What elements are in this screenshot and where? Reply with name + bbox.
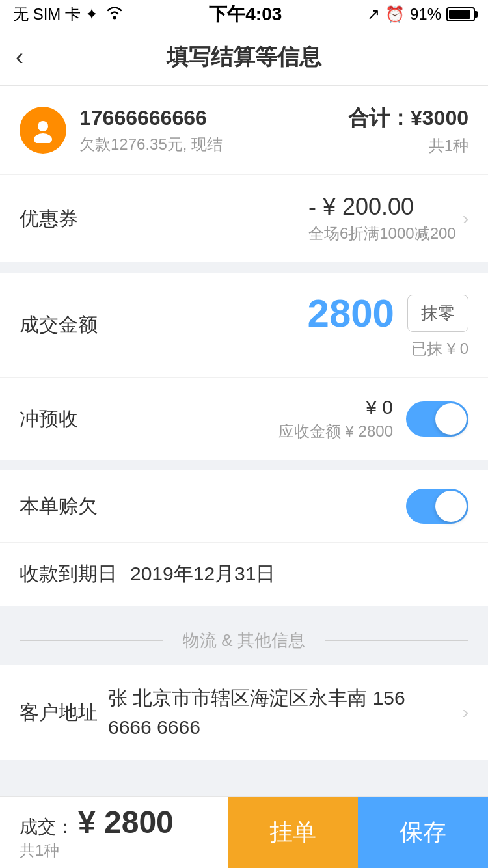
footer-deal-line: 成交： ¥ 2800 xyxy=(20,804,208,840)
divider-line-left xyxy=(20,640,163,641)
back-button[interactable]: ‹ xyxy=(16,44,23,71)
battery-icon xyxy=(446,7,475,21)
status-left: 无 SIM 卡 ✦ xyxy=(13,4,124,25)
nav-bar: ‹ 填写结算等信息 xyxy=(0,29,488,86)
credit-label: 本单赊欠 xyxy=(20,493,98,520)
address-chevron-icon: › xyxy=(463,702,468,723)
wifi-icon xyxy=(105,5,124,23)
customer-details: 17666666666 欠款1276.35元, 现结 xyxy=(79,106,223,155)
pre-receive-label: 冲预收 xyxy=(20,406,78,433)
footer-info: 成交： ¥ 2800 共1种 xyxy=(0,804,228,861)
credit-section: 本单赊欠 收款到期日 2019年12月31日 xyxy=(0,470,488,606)
pre-receive-toggle[interactable] xyxy=(406,401,468,437)
sim-status: 无 SIM 卡 ✦ xyxy=(13,4,98,25)
customer-left: 17666666666 欠款1276.35元, 现结 xyxy=(20,106,223,155)
toggle-knob xyxy=(435,403,467,435)
alarm-icon: ⏰ xyxy=(385,5,405,23)
credit-row: 本单赊欠 xyxy=(0,470,488,542)
coupon-right: - ¥ 200.00 全场6折满1000减200 › xyxy=(308,193,468,244)
deal-right: 2800 抹零 xyxy=(308,291,468,336)
footer: 成交： ¥ 2800 共1种 挂单 保存 xyxy=(0,796,488,868)
pre-amount: ¥ 0 xyxy=(278,396,393,418)
footer-amount: ¥ 2800 xyxy=(78,804,174,840)
coupon-row[interactable]: 优惠券 - ¥ 200.00 全场6折满1000减200 › xyxy=(0,174,488,262)
avatar xyxy=(20,107,66,154)
round-button[interactable]: 抹零 xyxy=(407,295,468,332)
coupon-sub: 全场6折满1000减200 xyxy=(308,223,456,244)
battery-percent: 91% xyxy=(410,5,441,23)
due-date-row: 收款到期日 2019年12月31日 xyxy=(0,542,488,606)
deal-amount-label: 成交金额 xyxy=(20,312,98,338)
deal-sub: 已抹 ¥ 0 xyxy=(308,338,468,359)
divider-text: 物流 & 其他信息 xyxy=(183,629,305,652)
svg-point-1 xyxy=(38,121,48,131)
customer-sub: 欠款1276.35元, 现结 xyxy=(79,134,223,155)
svg-point-0 xyxy=(113,16,116,20)
credit-toggle-knob xyxy=(435,491,467,522)
coupon-chevron-icon: › xyxy=(463,208,468,229)
svg-point-2 xyxy=(34,133,52,143)
deal-amount-right: 2800 抹零 已抹 ¥ 0 xyxy=(308,291,468,359)
pre-receive-row: 冲预收 ¥ 0 应收金额 ¥ 2800 xyxy=(0,377,488,460)
pre-sub: 应收金额 ¥ 2800 xyxy=(278,421,393,442)
footer-count: 共1种 xyxy=(20,840,208,861)
address-value: 张 北京市市辖区海淀区永丰南 156 6666 6666 xyxy=(108,683,452,742)
pre-amount-col: ¥ 0 应收金额 ¥ 2800 xyxy=(278,396,393,442)
total-amount: 合计：¥3000 xyxy=(348,104,468,133)
page-title: 填写结算等信息 xyxy=(167,42,321,72)
coupon-value: - ¥ 200.00 全场6折满1000减200 xyxy=(308,193,456,244)
save-button[interactable]: 保存 xyxy=(358,797,488,869)
total-count: 共1种 xyxy=(348,135,468,156)
customer-info-row: 17666666666 欠款1276.35元, 现结 合计：¥3000 共1种 xyxy=(0,86,488,174)
credit-toggle[interactable] xyxy=(406,489,468,524)
coupon-discount: - ¥ 200.00 xyxy=(308,193,456,221)
address-row[interactable]: 客户地址 张 北京市市辖区海淀区永丰南 156 6666 6666 › xyxy=(0,665,488,760)
deal-amount-value: 2800 xyxy=(308,291,394,336)
status-bar: 无 SIM 卡 ✦ 下午4:03 ↗ ⏰ 91% xyxy=(0,0,488,29)
location-icon: ↗ xyxy=(367,5,380,23)
address-section: 客户地址 张 北京市市辖区海淀区永丰南 156 6666 6666 › xyxy=(0,665,488,760)
due-date-label: 收款到期日 xyxy=(20,561,117,588)
deal-amount-row: 成交金额 2800 抹零 已抹 ¥ 0 xyxy=(0,273,488,377)
customer-phone: 17666666666 xyxy=(79,106,223,130)
time-display: 下午4:03 xyxy=(209,2,282,27)
logistics-divider: 物流 & 其他信息 xyxy=(0,616,488,665)
divider-line-right xyxy=(325,640,468,641)
hang-button[interactable]: 挂单 xyxy=(228,797,358,869)
pre-receive-right: ¥ 0 应收金额 ¥ 2800 xyxy=(278,396,468,442)
due-date-value: 2019年12月31日 xyxy=(130,561,275,588)
coupon-label: 优惠券 xyxy=(20,206,78,232)
address-label: 客户地址 xyxy=(20,699,98,726)
customer-total: 合计：¥3000 共1种 xyxy=(348,104,468,156)
status-right: ↗ ⏰ 91% xyxy=(367,5,475,23)
footer-deal-label: 成交： xyxy=(20,815,74,839)
form-section: 成交金额 2800 抹零 已抹 ¥ 0 冲预收 ¥ 0 应收金额 ¥ 2800 xyxy=(0,273,488,460)
customer-info-section: 17666666666 欠款1276.35元, 现结 合计：¥3000 共1种 … xyxy=(0,86,488,262)
